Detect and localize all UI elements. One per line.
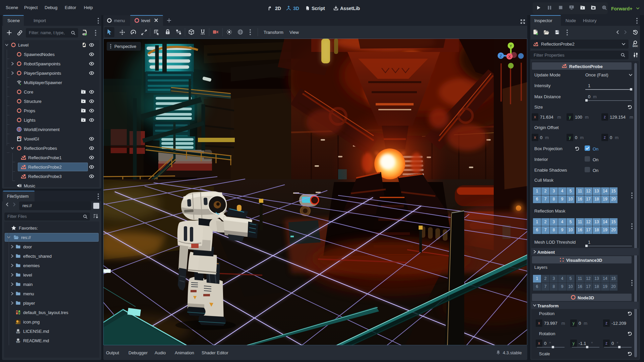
svg-text:X: X — [508, 55, 511, 59]
svg-text:TXT: TXT — [16, 341, 20, 343]
svg-text:TXT: TXT — [16, 331, 20, 334]
svg-text:DOC: DOC — [633, 45, 638, 47]
svg-text:Y: Y — [509, 44, 512, 48]
svg-text:Perspective: Perspective — [114, 44, 136, 49]
svg-text:Z: Z — [500, 54, 502, 58]
